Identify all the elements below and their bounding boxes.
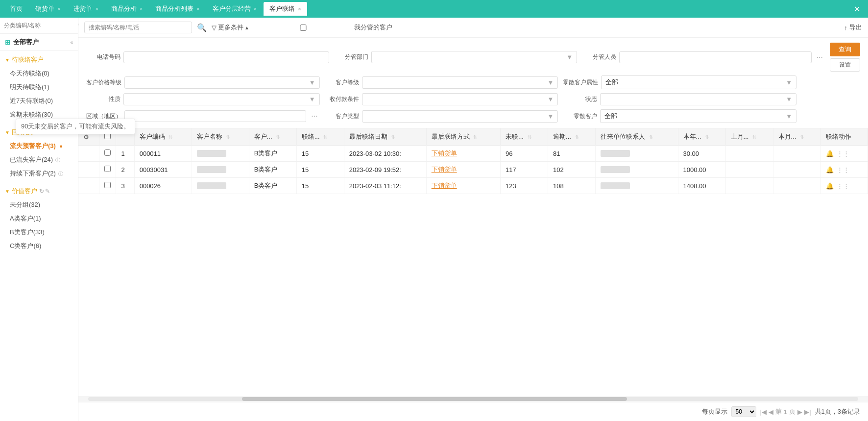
sidebar-item-7day-contact[interactable]: 近7天待联络(0) <box>0 94 78 108</box>
sidebar-item-churn-warning[interactable]: 流失预警客户(3) ● <box>0 139 78 153</box>
sidebar-item-declining[interactable]: 持续下滑客户(2) ⓘ <box>0 167 78 180</box>
sidebar-section-pending-title[interactable]: ▼ 待联络客户 <box>0 53 78 67</box>
horizontal-scrollbar[interactable] <box>78 396 868 402</box>
prev-page-icon[interactable]: ◀ <box>769 408 773 416</box>
row-overdue: 108 <box>548 178 596 194</box>
scroll-track <box>88 397 858 401</box>
sidebar-item-today-contact[interactable]: 今天待联络(0) <box>0 67 78 80</box>
col-last-method[interactable]: 最后联络方式 ⇅ <box>426 128 500 146</box>
close-tab-customer-contact[interactable]: × <box>298 6 301 12</box>
row-last-method[interactable]: 下销货单 <box>426 162 500 178</box>
close-tab-sales[interactable]: × <box>57 6 60 12</box>
content-area: 🔍 ▽ 更多条件 ▲ 我分管的客户 ↑ 导出 电话号码 <box>78 18 868 421</box>
col-name[interactable]: 客户名称 ⇅ <box>192 128 249 146</box>
col-code[interactable]: 客户编码 ⇅ <box>134 128 192 146</box>
customer-type-select[interactable]: ▼ <box>362 110 558 123</box>
tab-customer-contact[interactable]: 客户联络 × <box>264 2 307 16</box>
close-tab-goods-analysis-list[interactable]: × <box>196 6 199 12</box>
my-customers-checkbox[interactable]: 我分管的客户 <box>254 23 392 32</box>
col-contact[interactable]: 联络... ⇅ <box>296 128 344 146</box>
payment-icon: ▼ <box>547 96 554 103</box>
info-icon-declining: ⓘ <box>58 171 63 176</box>
scroll-thumb[interactable] <box>242 397 627 401</box>
close-tab-purchase[interactable]: × <box>95 6 98 12</box>
col-unit-contact[interactable]: 往来单位联系人 ⇅ <box>596 128 678 146</box>
sidebar: 🔍 ⊞ 全部客户 « ▼ 待联络客户 今天待联络(0) 明天待联络(1) 近7天… <box>0 18 78 421</box>
action-more-icon[interactable]: ⋮⋮ <box>837 166 849 173</box>
action-contact-icon[interactable]: 🔔 <box>826 166 834 173</box>
row-checkbox-cell[interactable] <box>99 146 116 162</box>
sidebar-all-customers[interactable]: ⊞ 全部客户 « <box>0 34 78 51</box>
sidebar-section-pending: ▼ 待联络客户 今天待联络(0) 明天待联络(1) 近7天待联络(0) 逾期未联… <box>0 51 78 124</box>
next-page-icon[interactable]: ▶ <box>797 408 802 416</box>
sidebar-item-ungrouped[interactable]: 未分组(32) <box>0 198 78 212</box>
tab-sales[interactable]: 销货单 × <box>29 2 66 16</box>
row-checkbox-0[interactable] <box>104 149 111 156</box>
collapse-icon: « <box>70 40 73 45</box>
tab-purchase[interactable]: 进货单 × <box>67 2 104 16</box>
dept-select[interactable]: ▼ <box>371 51 577 63</box>
action-contact-icon[interactable]: 🔔 <box>826 182 834 190</box>
my-customers-check[interactable] <box>254 25 352 31</box>
row-overdue: 102 <box>548 162 596 178</box>
row-checkbox-1[interactable] <box>104 166 111 172</box>
person-dots[interactable]: ··· <box>815 53 825 62</box>
sidebar-item-tier-c[interactable]: C类客户(6) <box>0 239 78 253</box>
tooltip-lost-customers: 90天未交易的客户，可能有流失风险。 <box>16 119 135 134</box>
col-overdue[interactable]: 逾期... ⇅ <box>548 128 596 146</box>
sidebar-item-tomorrow-contact[interactable]: 明天待联络(1) <box>0 80 78 94</box>
payment-select[interactable]: ▼ <box>362 93 558 105</box>
per-page-select[interactable]: 50 100 <box>731 406 756 417</box>
customer-tier-select[interactable]: ▼ <box>362 76 558 89</box>
search-button[interactable]: 🔍 <box>197 23 207 32</box>
zero-customer-select[interactable]: 全部 ▼ <box>600 109 796 123</box>
search-input[interactable] <box>84 22 192 33</box>
edit-icon-valued[interactable]: ✎ <box>45 188 50 195</box>
col-this-year[interactable]: 本年... ⇅ <box>678 128 725 146</box>
col-this-month[interactable]: 本月... ⇅ <box>773 128 820 146</box>
row-last-method[interactable]: 下销货单 <box>426 146 500 162</box>
sidebar-item-tier-a[interactable]: A类客户(1) <box>0 212 78 225</box>
region-input[interactable] <box>124 110 306 122</box>
col-action: 联络动作 <box>820 128 868 146</box>
sidebar-item-churned[interactable]: 已流失客户(24) ⓘ <box>0 153 78 167</box>
tab-customer-tier[interactable]: 客户分层经营 × <box>207 2 263 16</box>
close-app-button[interactable]: ✕ <box>850 4 864 14</box>
region-dots[interactable]: ··· <box>309 112 319 121</box>
col-last-date[interactable]: 最后联络日期 ⇅ <box>344 128 426 146</box>
col-uncontacted[interactable]: 未联... ⇅ <box>501 128 548 146</box>
more-filter-button[interactable]: ▽ 更多条件 ▲ <box>212 23 249 32</box>
sidebar-section-valued: ▼ 价值客户 ↻ ✎ 未分组(32) A类客户(1) B类客户(33) C类客户… <box>0 182 78 255</box>
sidebar-search-input[interactable] <box>4 22 77 29</box>
sidebar-item-tier-b[interactable]: B类客户(33) <box>0 225 78 239</box>
gender-select[interactable]: ▼ <box>123 93 320 105</box>
row-checkbox-cell[interactable] <box>99 178 116 194</box>
query-button[interactable]: 查询 <box>830 43 860 56</box>
row-checkbox-2[interactable] <box>104 182 111 188</box>
close-tab-goods-analysis[interactable]: × <box>140 6 143 12</box>
last-page-icon[interactable]: ▶| <box>804 408 811 416</box>
row-last-method[interactable]: 下销货单 <box>426 178 500 194</box>
phone-input[interactable] <box>123 51 329 63</box>
tab-home[interactable]: 首页 <box>4 2 28 16</box>
settings-button[interactable]: 设置 <box>830 58 860 72</box>
close-tab-customer-tier[interactable]: × <box>254 6 257 12</box>
col-last-month[interactable]: 上月... ⇅ <box>725 128 773 146</box>
person-input[interactable] <box>619 51 812 63</box>
export-button[interactable]: ↑ 导出 <box>844 23 863 32</box>
first-page-icon[interactable]: |◀ <box>760 408 767 416</box>
refresh-icon-valued[interactable]: ↻ <box>39 188 44 195</box>
status-select[interactable]: ▼ <box>600 93 796 105</box>
row-checkbox-cell[interactable] <box>99 162 116 178</box>
zero-attr-select[interactable]: 全部 ▼ <box>601 75 796 89</box>
tab-goods-analysis[interactable]: 商品分析 × <box>105 2 148 16</box>
filter-dept: 分管部门 ▼ <box>334 51 577 63</box>
price-tier-select[interactable]: ▼ <box>124 76 320 89</box>
action-contact-icon[interactable]: 🔔 <box>826 150 834 157</box>
col-type[interactable]: 客户... ⇅ <box>249 128 296 146</box>
row-last-month <box>725 146 773 162</box>
sidebar-section-valued-title[interactable]: ▼ 价值客户 ↻ ✎ <box>0 184 78 198</box>
tab-goods-analysis-list[interactable]: 商品分析列表 × <box>149 2 205 16</box>
action-more-icon[interactable]: ⋮⋮ <box>837 182 849 190</box>
action-more-icon[interactable]: ⋮⋮ <box>837 150 849 157</box>
